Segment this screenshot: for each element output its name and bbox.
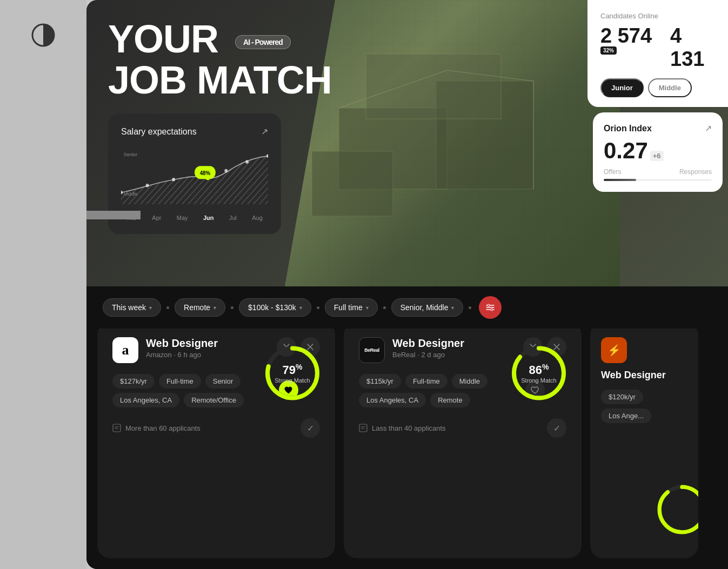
svg-text:Senior: Senior [124,151,137,157]
tag-location-1: Los Angeles, CA [112,393,179,407]
amazon-logo: a [112,337,138,363]
orion-offers-label: Offers [604,168,621,176]
tab-middle[interactable]: Middle [648,78,692,97]
hero-section: YOUR AI - Powered JOB MATCH Salary expec… [86,0,728,286]
match-pct-2: 86% [521,363,556,376]
chart-x-labels: Mar Apr May Jun Jul Aug [121,215,268,221]
svg-rect-27 [113,424,121,432]
candidates-tabs: Junior Middle [600,78,715,97]
svg-point-15 [224,169,228,173]
hero-background [285,0,620,286]
jobs-area: a Web Designer Amazon · 6 h ago [86,322,728,569]
orion-card: Orion Index ↗ 0.27 +6 Offers Responses [593,112,723,192]
orion-delta: +6 [650,151,664,161]
svg-point-25 [487,304,490,306]
tag-type-1: Full-time [159,374,201,389]
svg-rect-32 [359,424,367,432]
job-2-meta: BeReal · 2 d ago [392,351,464,359]
orion-value: 0.27 +6 [604,138,712,164]
filter-settings-button[interactable] [479,296,502,319]
title-line2: JOB MATCH [108,58,332,102]
tag-work-2: Remote [430,393,470,407]
match-circle-1: 79% Strong Match [263,344,322,403]
job3-logo: ⚡ [601,337,627,363]
main-screen: YOUR AI - Powered JOB MATCH Salary expec… [86,0,728,569]
candidates-main-number: 2 574 32% [600,24,662,58]
job3-title: Web Designer [601,370,687,381]
x-label-may: May [177,215,188,221]
job-1-footer: More than 60 applicants ✓ [112,418,320,438]
svg-point-16 [245,160,249,164]
svg-point-26 [491,309,493,311]
filter-dot-4 [383,306,386,309]
job-2-applicants: Lass than 40 applicants [359,424,446,432]
filter-dot-1 [166,306,169,309]
match-label-1: Strong Match [275,377,310,384]
title-line1: YOUR [108,17,218,61]
tag-salary-1: $127k/yr [112,374,155,389]
salary-card-header: Salary expectations ↗ [121,126,268,137]
filter-type[interactable]: Full time ▾ [325,298,378,317]
svg-text:Middle: Middle [124,191,138,197]
filter-this-week[interactable]: This week ▾ [103,298,161,317]
match-label-2: Strong Match [521,377,556,384]
orion-responses-label: Responses [679,168,712,176]
job-1-title: Web Designer [146,337,218,350]
tag-type-2: Full-time [405,374,448,389]
orion-arrow-icon[interactable]: ↗ [705,123,712,133]
tab-junior[interactable]: Junior [600,78,644,97]
svg-rect-4 [366,54,501,119]
job-1-meta: Amazon · 6 h ago [146,351,218,359]
salary-arrow-icon[interactable]: ↗ [261,126,268,137]
orion-bar-fill [604,179,636,181]
filter-dot-5 [469,306,471,309]
sidebar-logo [30,22,57,51]
ai-badge: AI - Powered [235,35,291,50]
orion-sub: Offers Responses [604,168,712,176]
hero-title: YOUR AI - Powered JOB MATCH [108,19,332,101]
match-circle-3-partial [655,483,698,537]
job-1-info: Web Designer Amazon · 6 h ago [146,337,218,359]
apply-button-1[interactable]: ✓ [300,418,320,438]
chevron-icon: ▾ [149,305,152,311]
filter-dot-3 [317,306,319,309]
candidates-numbers: 2 574 32% 4 131 [600,24,715,71]
tag-work-1: Remote/Office [184,393,244,407]
bereal-logo: BeReal [359,337,385,363]
filter-bar: This week ▾ Remote ▾ $100k - $130k ▾ Ful… [86,286,728,329]
match-pct-1: 79% [275,363,310,376]
job-card-3-partial: ⚡ Web Designer $120k/yr Los Ange... [590,322,698,558]
job-2-info: Web Designer BeReal · 2 d ago [392,337,464,359]
candidates-secondary-number: 4 131 [670,24,715,71]
job3-location: Los Ange... [601,409,651,423]
tag-level-1: Senior [205,374,241,389]
filter-level[interactable]: Senior, Middle ▾ [391,298,464,317]
salary-card-title: Salary expectations [121,127,197,137]
candidates-card: Candidates Online 2 574 32% 4 131 Junior… [587,0,728,107]
chevron-icon: ▾ [451,305,454,311]
chevron-icon: ▾ [213,305,216,311]
orion-bar [604,179,712,181]
svg-point-11 [146,184,149,188]
tag-salary-2: $115k/yr [359,374,401,389]
x-label-jun: Jun [203,215,214,221]
x-label-jul: Jul [229,215,237,221]
svg-point-12 [172,178,175,182]
tag-location-2: Los Angeles, CA [359,393,426,407]
filter-salary[interactable]: $100k - $130k ▾ [239,298,311,317]
orion-title: Orion Index [604,124,652,133]
svg-rect-5 [312,151,393,216]
job-2-footer: Lass than 40 applicants ✓ [359,418,566,438]
filter-remote[interactable]: Remote ▾ [175,298,225,317]
candidates-badge: 32% [600,46,617,55]
candidates-title: Candidates Online [600,12,715,20]
svg-text:48%: 48% [200,170,210,176]
salary-chart: 48% Senior Middle [121,145,268,210]
job-card-2: BeReal Web Designer BeReal · 2 d ago [344,322,582,558]
filter-dot-2 [231,306,233,309]
chevron-icon: ▾ [366,305,369,311]
apply-button-2[interactable]: ✓ [547,418,566,438]
job3-salary: $120k/yr [601,390,643,404]
match-circle-2: 86% Strong Match [509,344,569,403]
job-card-1: a Web Designer Amazon · 6 h ago [97,322,335,558]
